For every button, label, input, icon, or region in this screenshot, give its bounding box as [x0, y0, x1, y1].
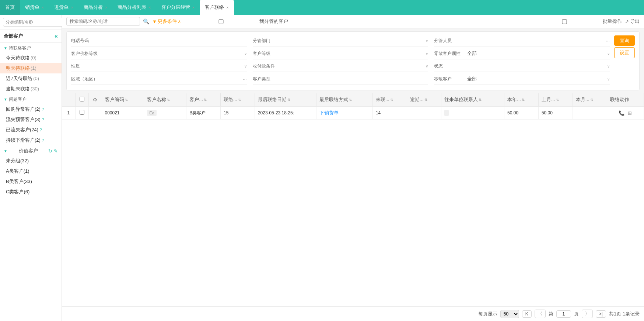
value-refresh-icon[interactable]: ↻: [48, 148, 52, 154]
dept-select[interactable]: ∨: [286, 39, 428, 43]
bulk-op-checkbox[interactable]: [528, 19, 601, 24]
nav-item-analysis[interactable]: 商品分析 ×: [78, 0, 112, 15]
set-button[interactable]: 设置: [614, 47, 635, 58]
nav-item-sales[interactable]: 销货单 ×: [20, 0, 49, 15]
col-last-method[interactable]: 最后联络方式⇅: [316, 93, 373, 106]
nav-item-home[interactable]: 首页: [0, 0, 20, 15]
close-analysis-icon[interactable]: ×: [105, 5, 107, 10]
customer-level-select[interactable]: ∨: [286, 52, 428, 56]
sidebar-item-tomorrow[interactable]: 明天待联络(1): [0, 63, 62, 73]
total-info: 共1页 1条记录: [609, 311, 640, 317]
status-select[interactable]: ∨: [467, 64, 610, 68]
table-settings-icon[interactable]: ⚙: [93, 97, 97, 103]
page-size-select[interactable]: 50 100: [500, 310, 519, 318]
sidebar-search-input[interactable]: [3, 18, 63, 27]
prev-page-button[interactable]: 〈: [535, 310, 546, 318]
close-purchase-icon[interactable]: ×: [71, 5, 73, 10]
sidebar-item-class-a[interactable]: A类客户(1): [0, 166, 62, 176]
nature-select[interactable]: ∨: [104, 64, 247, 68]
close-customer-tier-icon[interactable]: ×: [192, 5, 195, 10]
query-button[interactable]: 查询: [614, 35, 635, 46]
more-filters-button[interactable]: ▼ 更多条件 ∧: [152, 18, 181, 25]
close-sales-icon[interactable]: ×: [42, 5, 44, 10]
sidebar-item-lost[interactable]: 已流失客户(24) ?: [0, 125, 62, 135]
sidebar-item-ungrouped[interactable]: 未分组(32): [0, 156, 62, 166]
person-label: 分管人员: [434, 38, 467, 44]
sidebar-item-overdue-contact[interactable]: 逾期未联络(30): [0, 84, 62, 94]
scatter-attr-select[interactable]: 全部 ∨: [467, 50, 610, 57]
scatter-customer-select[interactable]: 全部 ∨: [467, 76, 610, 82]
sidebar-item-loss-warning[interactable]: 流失预警客户(3) ?: [0, 114, 62, 125]
nav-item-analysis-list[interactable]: 商品分析列表 ×: [112, 0, 156, 15]
row-last-month: 50.00: [538, 106, 573, 120]
sidebar-all-customers[interactable]: 全部客户 «: [0, 30, 62, 43]
col-name[interactable]: 客户名称⇅: [144, 93, 186, 106]
value-edit-icon[interactable]: ✎: [54, 148, 58, 154]
sidebar-item-declining[interactable]: 持续下滑客户(2) ?: [0, 135, 62, 145]
col-this-month[interactable]: 本月...⇅: [573, 93, 607, 106]
last-method-sort-icon: ⇅: [349, 98, 352, 102]
col-type[interactable]: 客户...⇅: [186, 93, 221, 106]
close-customer-contact-icon[interactable]: ×: [226, 5, 228, 10]
region-input[interactable]: ···: [104, 76, 247, 82]
sidebar-item-repurchase-abnormal[interactable]: 回购异常客户(2) ?: [0, 104, 62, 114]
last-page-button[interactable]: >|: [596, 310, 606, 318]
row-settings: [88, 106, 102, 120]
adv-row-1: 电话号码 分管部门 ∨: [71, 35, 610, 46]
customer-level-label: 客户等级: [253, 51, 286, 57]
page-number-input[interactable]: [556, 310, 571, 318]
payment-caret-icon: ∨: [426, 64, 428, 68]
customer-table: ⚙ 客户编码⇅ 客户名称⇅ 客户...⇅: [62, 93, 644, 120]
adv-row-4: 区域（地区） ··· 客户类型: [71, 73, 610, 85]
search-icon[interactable]: 🔍: [143, 18, 149, 24]
my-customers-checkbox-label[interactable]: 我分管的客户: [184, 18, 288, 25]
price-level-caret-icon: ∨: [244, 52, 247, 56]
sidebar-item-class-c[interactable]: C类客户(6): [0, 187, 62, 197]
payment-select[interactable]: ∨: [286, 64, 428, 68]
search-input[interactable]: [66, 17, 140, 26]
nav-item-customer-tier[interactable]: 客户分层经营 ×: [156, 0, 200, 15]
export-button[interactable]: ↗ 导出: [625, 18, 640, 25]
sidebar-collapse-icon[interactable]: «: [55, 33, 58, 39]
col-last-date[interactable]: 最后联络日期⇅: [255, 93, 316, 106]
action-phone-icon[interactable]: 📞: [619, 110, 624, 116]
filter-caret-icon: ∧: [178, 19, 181, 24]
col-not-contacted[interactable]: 未联...⇅: [372, 93, 407, 106]
person-input[interactable]: ···: [467, 38, 610, 44]
next-page-button[interactable]: 〉: [582, 310, 593, 318]
sidebar-item-class-b[interactable]: B类客户(33): [0, 176, 62, 187]
adv-col-price-level: 客户价格等级 ∨: [71, 48, 247, 59]
close-analysis-list-icon[interactable]: ×: [148, 5, 151, 10]
col-contacts[interactable]: 联络...⇅: [221, 93, 255, 106]
last-method-link[interactable]: 下销货单: [319, 110, 339, 115]
col-last-month[interactable]: 上月...⇅: [538, 93, 573, 106]
sidebar-item-7days[interactable]: 近7天待联络(0): [0, 73, 62, 84]
sidebar-item-today[interactable]: 今天待联络(0): [0, 53, 62, 63]
price-level-select[interactable]: ∨: [104, 52, 247, 56]
customer-type-label: 客户类型: [253, 76, 286, 82]
col-this-year[interactable]: 本年...⇅: [504, 93, 539, 106]
table-header: ⚙ 客户编码⇅ 客户名称⇅ 客户...⇅: [62, 93, 644, 106]
top-nav: 首页 销货单 × 进货单 × 商品分析 × 商品分析列表 × 客户分层经营 × …: [0, 0, 644, 15]
col-settings[interactable]: ⚙: [88, 93, 102, 106]
adv-col-phone: 电话号码: [71, 35, 247, 46]
filter-bar: 🔍 ▼ 更多条件 ∧ 我分管的客户 批量操作 ↗ 导出: [62, 15, 644, 28]
my-customers-checkbox[interactable]: [184, 19, 258, 24]
row-num: 1: [62, 106, 75, 120]
select-all-checkbox[interactable]: [80, 97, 84, 101]
row-select-checkbox[interactable]: [80, 110, 84, 115]
last-date-sort-icon: ⇅: [287, 98, 290, 102]
adv-col-customer-type: 客户类型: [253, 73, 428, 85]
adv-col-customer-level: 客户等级 ∨: [253, 48, 428, 59]
nav-item-purchase[interactable]: 进货单 ×: [49, 0, 78, 15]
col-unit-contact[interactable]: 往来单位联系人⇅: [441, 93, 504, 106]
nav-item-customer-contact[interactable]: 客户联络 ×: [200, 0, 234, 15]
action-grid-icon[interactable]: ⊞: [628, 110, 632, 116]
row-unit-contact: [441, 106, 504, 120]
col-overdue[interactable]: 逾期...⇅: [407, 93, 441, 106]
filter-icon: ▼: [152, 19, 157, 24]
first-page-button[interactable]: K: [522, 310, 532, 318]
col-code[interactable]: 客户编码⇅: [102, 93, 144, 106]
bulk-op-checkbox-label[interactable]: 批量操作: [528, 18, 622, 25]
table-row: 1 000021 Ea B类客户 15 2023-05-23 18:25: [62, 106, 644, 120]
